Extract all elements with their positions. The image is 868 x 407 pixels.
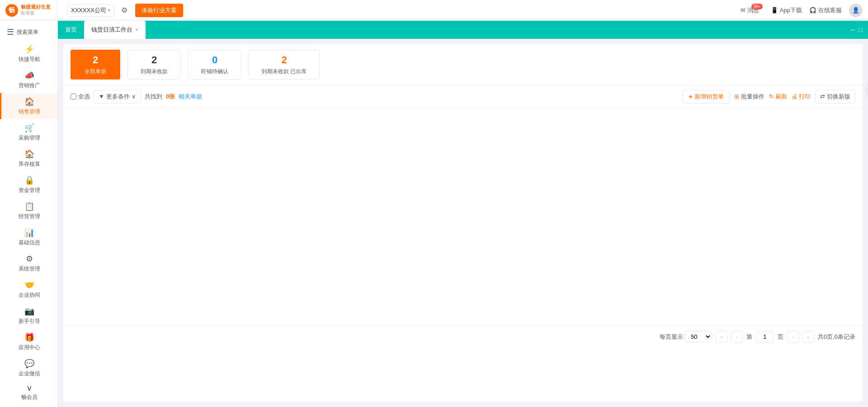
header-right: ✉ 消息 99+ 📱 App下载 🎧 在线客服 👤 [741, 4, 863, 17]
sidebar-item-purchase[interactable]: 🛒 采购管理 [0, 119, 57, 145]
logo-line1: 畅捷通好生意 [21, 4, 51, 10]
tab-bar-actions: ─ □ [851, 26, 868, 33]
sales-icon: 🏠 [24, 97, 34, 107]
sidebar-item-enterprise[interactable]: 🤝 企业协同 [0, 276, 57, 303]
company-selector[interactable]: XXXXXX公司 ▾ [67, 4, 114, 17]
stat-label-overdue: 到期未收款 [141, 68, 168, 75]
stat-tab-pending[interactable]: 0 旺铺待确认 [188, 50, 241, 80]
next-page-button[interactable]: › [787, 331, 799, 343]
page-number-input[interactable] [756, 331, 774, 343]
enterprise-label: 企业协同 [19, 291, 40, 299]
tab-home-label: 首页 [65, 26, 77, 34]
total-info: 共0页,0条记录 [818, 333, 855, 341]
select-all-checkbox-label[interactable]: 全选 [71, 93, 90, 101]
last-page-button[interactable]: » [802, 331, 814, 343]
basic-info-label: 基础信息 [19, 239, 40, 247]
system-label: 系统管理 [19, 265, 40, 273]
switch-icon: ⇄ [820, 93, 825, 100]
new-order-label: 新增销货单 [694, 93, 724, 101]
batch-button[interactable]: ⊞ 批量操作 [734, 93, 764, 101]
finance-icon: 🔒 [24, 175, 34, 185]
stats-tabs: 2 全部单据 2 到期未收款 0 旺铺待确认 2 到期未收款 已出库 [63, 44, 863, 85]
sidebar-item-operations[interactable]: 📋 经营管理 [0, 198, 57, 224]
message-button[interactable]: ✉ 消息 99+ [741, 6, 759, 14]
filter-button[interactable]: ▼ 更多条件 ∨ [94, 90, 141, 103]
sidebar-item-quick-nav[interactable]: ⚡ 快捷导航 [0, 41, 57, 67]
stat-num-all: 2 [93, 54, 98, 67]
tab-close-icon[interactable]: × [135, 27, 138, 33]
tab-maximize-button[interactable]: □ [859, 26, 863, 33]
page-size-select: 每页显示 20 50 100 200 [660, 331, 712, 342]
avatar-icon: 👤 [852, 7, 859, 14]
company-name: XXXXXX公司 [71, 6, 106, 14]
switch-version-button[interactable]: ⇄ 切换新版 [815, 90, 855, 103]
sidebar-item-inventory[interactable]: 🏠 库存核算 [0, 145, 57, 172]
prev-page-button[interactable]: ‹ [731, 331, 743, 343]
service-button[interactable]: 🎧 在线客服 [809, 6, 842, 14]
sidebar-item-search[interactable]: ☰ 搜索菜单 [0, 23, 57, 41]
sidebar-item-weixin[interactable]: 💬 企业微信 [0, 355, 57, 381]
operations-icon: 📋 [24, 201, 34, 211]
related-orders-link[interactable]: 相关单据 [179, 93, 202, 101]
logo-line2: 标准版 [21, 10, 51, 16]
stat-tab-all[interactable]: 2 全部单据 [71, 50, 120, 80]
message-icon: ✉ [741, 7, 745, 14]
page-suffix: 页 [778, 333, 783, 341]
marketing-label: 营销推广 [19, 82, 40, 89]
refresh-button[interactable]: ↻ 刷新 [769, 93, 787, 101]
filter-icon: ▼ [99, 93, 104, 100]
stat-num-overdue: 2 [151, 54, 157, 67]
tab-active[interactable]: 钱货日清工作台 × [84, 21, 146, 39]
search-menu-icon: ☰ [7, 27, 14, 37]
quick-nav-label: 快捷导航 [19, 56, 40, 63]
app-download-label: App下载 [780, 6, 802, 14]
enterprise-icon: 🤝 [24, 280, 34, 290]
experience-button[interactable]: 体验行业方案 [135, 4, 183, 17]
new-order-plus-icon: + [689, 93, 693, 100]
app-download-button[interactable]: 📱 App下载 [771, 6, 802, 14]
per-page-dropdown[interactable]: 20 50 100 200 [685, 331, 712, 342]
sidebar-menu: ☰ 搜索菜单 ⚡ 快捷导航 📣 营销推广 🏠 销售管理 🛒 采购管理 🏠 库存核… [0, 21, 57, 407]
sidebar-item-vip[interactable]: V 畅会员 [0, 381, 57, 405]
tab-home[interactable]: 首页 [58, 21, 84, 39]
found-prefix: 共找到 [145, 93, 162, 101]
content-area [63, 108, 863, 325]
first-page-button[interactable]: « [716, 331, 727, 343]
app-center-icon: 🎁 [24, 332, 34, 342]
found-count: 0张 [166, 93, 175, 101]
settings-button[interactable]: ⚙ [118, 4, 131, 17]
stat-tab-overdue[interactable]: 2 到期未收款 [127, 50, 181, 80]
sidebar-item-guide[interactable]: 📷 新手引导 [0, 303, 57, 329]
refresh-icon: ↻ [769, 93, 774, 100]
stat-tab-unshipped[interactable]: 2 到期未收款 已出库 [249, 50, 320, 80]
select-all-checkbox[interactable] [71, 94, 76, 99]
tab-bar: 首页 钱货日清工作台 × ─ □ [58, 21, 868, 39]
refresh-label: 刷新 [775, 93, 787, 101]
sidebar-item-marketing[interactable]: 📣 营销推广 [0, 67, 57, 93]
purchase-icon: 🛒 [24, 123, 34, 133]
select-all-label: 全选 [78, 93, 90, 101]
sidebar-item-basic-info[interactable]: 📊 基础信息 [0, 224, 57, 250]
weixin-label: 企业微信 [19, 370, 40, 378]
print-button[interactable]: 🖨 打印 [792, 93, 811, 101]
logo-text-area: 畅捷通好生意 标准版 [21, 4, 51, 16]
sidebar-item-sales[interactable]: 🏠 销售管理 [0, 93, 57, 119]
batch-label: 批量操作 [741, 93, 764, 101]
tab-active-label: 钱货日清工作台 [91, 26, 132, 34]
quick-nav-icon: ⚡ [24, 44, 34, 54]
stat-label-all: 全部单据 [85, 68, 106, 75]
guide-icon: 📷 [24, 306, 34, 316]
new-order-button[interactable]: + 新增销货单 [683, 90, 730, 103]
sidebar-item-app-center[interactable]: 🎁 应用中心 [0, 329, 57, 355]
tab-minimize-button[interactable]: ─ [851, 26, 855, 33]
sidebar-item-system[interactable]: ⚙ 系统管理 [0, 250, 57, 276]
sales-label: 销售管理 [19, 108, 40, 116]
user-avatar[interactable]: 👤 [849, 4, 863, 17]
basic-info-icon: 📊 [24, 228, 34, 238]
sidebar-item-finance[interactable]: 🔒 资金管理 [0, 172, 57, 198]
settings-icon: ⚙ [121, 6, 127, 14]
print-icon: 🖨 [792, 93, 797, 100]
finance-label: 资金管理 [19, 187, 40, 194]
sidebar-logo: 畅 畅捷通好生意 标准版 [0, 0, 57, 21]
search-menu-label: 搜索菜单 [17, 28, 38, 36]
